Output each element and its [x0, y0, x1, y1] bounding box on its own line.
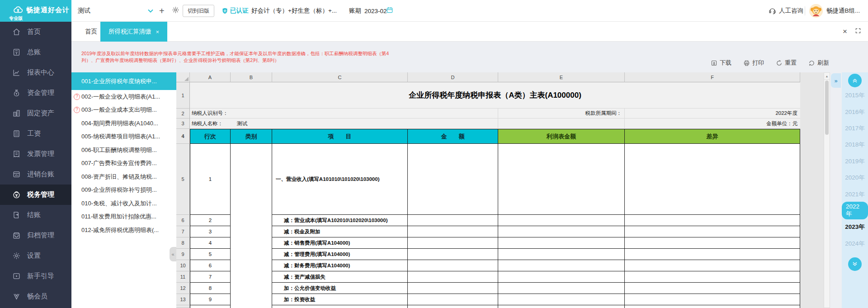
nav-item-invoice[interactable]: 发票管理	[0, 144, 71, 164]
form-item-008[interactable]: 008-资产折旧、摊销及纳税...	[71, 170, 176, 184]
nav-item-member[interactable]: 畅会员	[0, 286, 71, 307]
collapse-form-list-icon[interactable]: «	[170, 247, 176, 261]
reset-button[interactable]: 重置	[776, 59, 797, 67]
difference-cell[interactable]	[625, 226, 800, 237]
refresh-button[interactable]: 刷新	[808, 59, 829, 67]
category-merged-cell[interactable]	[231, 249, 272, 260]
year-item-2022[interactable]: 2022年	[842, 203, 868, 219]
user-name[interactable]: 畅捷通B组...	[826, 7, 867, 15]
income-statement-cell[interactable]	[498, 283, 625, 294]
category-merged-cell[interactable]	[231, 144, 272, 215]
amount-cell[interactable]	[408, 271, 498, 283]
nav-item-tax-management[interactable]: 税务管理	[0, 185, 71, 205]
difference-cell[interactable]	[625, 271, 800, 283]
row-header[interactable]: 5	[176, 144, 190, 215]
nav-item-inventory-ledger[interactable]: 进销台账	[0, 164, 71, 185]
chevron-down-icon[interactable]	[147, 7, 154, 15]
category-merged-cell[interactable]	[231, 215, 272, 226]
tax-period-label-cell[interactable]: 税款所属期间：	[498, 109, 625, 118]
income-statement-cell[interactable]	[498, 237, 625, 249]
year-item-2021[interactable]: 2021年	[845, 186, 865, 202]
nav-item-funds[interactable]: 资金管理	[0, 83, 71, 103]
item-cell[interactable]: 减：营业成本(填写A102010\102020\103000)	[272, 215, 408, 226]
income-statement-cell[interactable]	[498, 271, 625, 283]
form-item-005[interactable]: 005-纳税调整项目明细表(A1...	[71, 130, 176, 144]
category-merged-cell[interactable]	[231, 226, 272, 237]
taxpayer-name-cell[interactable]: 纳税人名称： 测试	[190, 118, 498, 129]
tab-close-icon[interactable]: ×	[156, 28, 160, 35]
row-header[interactable]: 2	[176, 109, 190, 118]
nav-item-home[interactable]: 首页	[0, 22, 71, 42]
difference-cell[interactable]	[625, 215, 800, 226]
year-item-2019[interactable]: 2019年	[845, 153, 865, 170]
sheet-title-cell[interactable]: 企业所得税年度纳税申报表（A类）主表(A100000)	[190, 82, 800, 109]
close-all-tabs-icon[interactable]: ×	[843, 27, 847, 36]
download-button[interactable]: 下载	[711, 59, 731, 67]
nav-item-settings[interactable]: 设置	[0, 246, 71, 266]
category-merged-cell[interactable]	[231, 294, 272, 305]
row-header[interactable]: 13	[176, 294, 190, 305]
header-amount[interactable]: 金 额	[408, 129, 498, 144]
line-no-cell[interactable]: 5	[190, 249, 231, 260]
amount-cell[interactable]	[408, 249, 498, 260]
year-item-2020[interactable]: 2020年	[845, 170, 865, 186]
empty-cell[interactable]	[498, 118, 625, 129]
year-item-2017[interactable]: 2017年	[845, 120, 865, 137]
form-item-011[interactable]: 011-研发费用加计扣除优惠...	[71, 210, 176, 224]
header-line-no[interactable]: 行次	[190, 129, 231, 144]
item-cell[interactable]: 减：财务费用(填写A104000)	[272, 260, 408, 271]
category-merged-cell[interactable]	[231, 237, 272, 249]
amount-cell[interactable]	[408, 215, 498, 226]
scroll-up-arrow-icon[interactable]: ▲	[824, 73, 830, 80]
column-header-c[interactable]: C	[272, 72, 408, 82]
row-header[interactable]: 6	[176, 215, 190, 226]
nav-item-archive[interactable]: 归档管理	[0, 225, 71, 246]
header-difference[interactable]: 差异	[625, 129, 800, 144]
nav-item-fixed-assets[interactable]: 固定资产	[0, 103, 71, 123]
avatar[interactable]	[809, 4, 823, 18]
row-header[interactable]: 12	[176, 283, 190, 294]
year-item-2015[interactable]: 2015年	[845, 87, 865, 104]
income-statement-cell[interactable]	[498, 294, 625, 305]
column-header-a[interactable]: A	[190, 72, 231, 82]
header-income-statement-amount[interactable]: 利润表金额	[498, 129, 625, 144]
line-no-cell[interactable]: 8	[190, 283, 231, 294]
income-statement-cell[interactable]	[498, 249, 625, 260]
line-no-cell[interactable]: 2	[190, 215, 231, 226]
add-account-icon[interactable]: +	[159, 5, 165, 16]
year-item-2023[interactable]: 2023年	[845, 219, 865, 235]
column-header-b[interactable]: B	[231, 72, 272, 82]
fullscreen-icon[interactable]	[855, 28, 861, 36]
tab-income-tax-settlement[interactable]: 所得税汇算清缴 ×	[100, 22, 167, 42]
line-no-cell[interactable]: 7	[190, 271, 231, 283]
row-header[interactable]: 10	[176, 260, 190, 271]
form-item-006[interactable]: 006-职工薪酬纳税调整明细...	[71, 143, 176, 157]
row-header[interactable]: 3	[176, 118, 190, 129]
year-item-2016[interactable]: 2016年	[845, 104, 865, 120]
amount-cell[interactable]	[408, 294, 498, 305]
year-item-2024[interactable]: 2024年	[845, 236, 865, 252]
difference-cell[interactable]	[625, 249, 800, 260]
amount-cell[interactable]	[408, 144, 498, 215]
support-link[interactable]: 人工咨询	[769, 7, 803, 15]
tab-home[interactable]: 首页	[85, 22, 97, 42]
gear-icon[interactable]	[172, 6, 179, 15]
certified-badge[interactable]: 企 已认证	[222, 7, 249, 15]
column-header-d[interactable]: D	[408, 72, 498, 82]
nav-item-beginner-guide[interactable]: 新手引导	[0, 266, 71, 286]
row-header[interactable]: 1	[176, 82, 190, 109]
difference-cell[interactable]	[625, 294, 800, 305]
amount-cell[interactable]	[408, 237, 498, 249]
category-merged-cell[interactable]	[231, 271, 272, 283]
form-item-012[interactable]: 012-减免所得税优惠明细表(...	[71, 223, 176, 237]
difference-cell[interactable]	[625, 237, 800, 249]
year-item-2018[interactable]: 2018年	[845, 137, 865, 153]
income-statement-cell[interactable]	[498, 260, 625, 271]
difference-cell[interactable]	[625, 144, 800, 215]
category-merged-cell[interactable]	[231, 260, 272, 271]
form-item-001[interactable]: 001-企业所得税年度纳税申...	[71, 72, 176, 90]
category-merged-cell[interactable]	[231, 283, 272, 294]
item-cell[interactable]: 减：税金及附加	[272, 226, 408, 237]
line-no-cell[interactable]: 4	[190, 237, 231, 249]
amount-cell[interactable]	[408, 226, 498, 237]
